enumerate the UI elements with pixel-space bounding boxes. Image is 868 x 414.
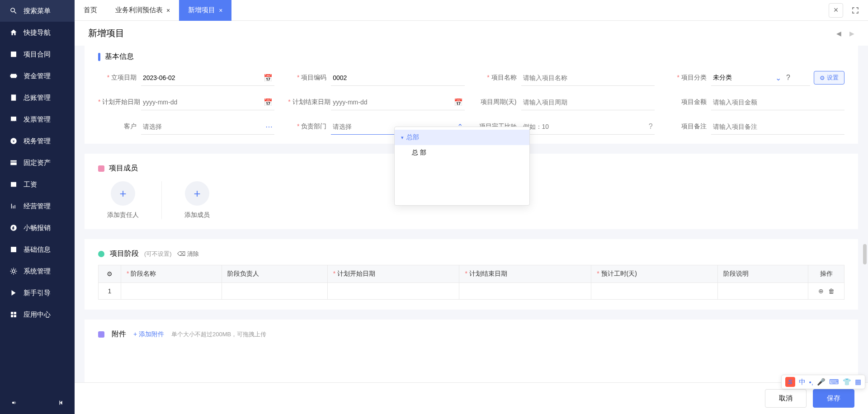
cancel-button[interactable]: 取消 — [765, 389, 807, 408]
add-member-button[interactable]: + — [185, 181, 209, 206]
close-icon[interactable]: × — [166, 7, 170, 14]
input-amount[interactable] — [711, 94, 844, 110]
sidebar-search[interactable]: 搜索菜单 — [0, 0, 75, 22]
ime-menu-icon[interactable]: ▦ — [855, 378, 861, 386]
delete-row-icon[interactable]: 🗑 — [828, 287, 835, 295]
sidebar-item-invoice[interactable]: 发票管理 — [0, 108, 75, 130]
label-project-name: 项目名称 — [478, 74, 521, 82]
input-progress[interactable] — [521, 118, 655, 135]
sidebar-item-basicinfo[interactable]: 基础信息 — [0, 239, 75, 260]
ime-punct-icon[interactable]: •, — [809, 378, 813, 386]
add-owner-card: + 添加责任人 — [98, 181, 162, 219]
ime-skin-icon[interactable]: 👕 — [843, 378, 851, 386]
save-button[interactable]: 保存 — [813, 389, 854, 408]
input-plan-start[interactable] — [141, 94, 274, 110]
fullscreen-icon[interactable] — [848, 3, 863, 18]
sidebar-item-ledger[interactable]: 总账管理 — [0, 87, 75, 108]
tab-new-project[interactable]: 新增项目× — [179, 0, 231, 21]
sidebar: 搜索菜单 快捷导航 项目合同 资金管理 总账管理 发票管理 ¥税务管理 固定资产… — [0, 0, 75, 414]
chevron-down-icon[interactable]: ⌄ — [775, 74, 781, 82]
calendar-icon[interactable]: 📅 — [264, 74, 273, 82]
stages-section: 项目阶段 (可不设置) ⌫ 清除 ⚙ 阶段名称 阶段负责人 计划开始日期 计划结… — [85, 239, 858, 310]
cell-stage-name[interactable] — [121, 283, 222, 300]
sidebar-item-project[interactable]: 项目合同 — [0, 43, 75, 65]
more-icon[interactable]: ⋯ — [265, 122, 273, 131]
next-icon[interactable]: ▶ — [849, 30, 854, 37]
input-project-name[interactable] — [521, 70, 655, 86]
add-row-icon[interactable]: ⊕ — [818, 287, 824, 295]
tab-label: 首页 — [84, 6, 97, 14]
sidebar-item-quicknav[interactable]: 快捷导航 — [0, 22, 75, 43]
cell-plan-end[interactable] — [459, 283, 591, 300]
input-project-category[interactable] — [711, 70, 810, 86]
tab-home[interactable]: 首页 — [75, 0, 106, 21]
sidebar-item-guide[interactable]: 新手引导 — [0, 282, 75, 304]
table-row[interactable]: 1 ⊕ 🗑 — [99, 283, 844, 300]
dropdown-option-hq[interactable]: ▾总部 — [395, 130, 529, 145]
input-period[interactable] — [521, 94, 655, 110]
ime-keyboard-icon[interactable]: ⌨ — [829, 378, 839, 386]
sidebar-item-funds[interactable]: 资金管理 — [0, 65, 75, 87]
cell-desc[interactable] — [718, 283, 808, 300]
dropdown-option-hq-child[interactable]: 总 部 — [395, 145, 529, 160]
section-title-text: 项目成员 — [109, 164, 138, 173]
input-customer[interactable] — [141, 118, 274, 135]
col-gear[interactable]: ⚙ — [99, 265, 121, 283]
cell-stage-owner[interactable] — [222, 283, 327, 300]
close-icon[interactable]: × — [219, 7, 222, 14]
form-item-end: 计划结束日期 📅 — [288, 94, 464, 110]
calendar-icon[interactable]: 📅 — [454, 98, 463, 107]
sidebar-item-business[interactable]: 经营管理 — [0, 195, 75, 217]
clear-label: 清除 — [187, 250, 199, 258]
cell-plan-start[interactable] — [327, 283, 459, 300]
input-project-code[interactable] — [331, 70, 464, 86]
sidebar-item-expense[interactable]: 小畅报销 — [0, 217, 75, 239]
tab-bar: 首页 业务利润预估表× 新增项目× × — [75, 0, 868, 21]
sidebar-label: 基础信息 — [24, 245, 51, 254]
sidebar-label: 小畅报销 — [24, 224, 51, 232]
gear-icon[interactable] — [9, 399, 17, 409]
calendar-icon[interactable]: 📅 — [264, 98, 273, 107]
input-remark[interactable] — [711, 118, 844, 135]
col-operation: 操作 — [808, 265, 844, 283]
prev-icon[interactable]: ◀ — [836, 30, 841, 37]
form-item-period: 项目周期(天) — [478, 94, 655, 110]
add-attachment-button[interactable]: + 添加附件 — [133, 330, 164, 339]
stages-hint: (可不设置) — [144, 250, 172, 258]
section-title-text: 项目阶段 — [110, 249, 139, 259]
sidebar-label: 工资 — [24, 180, 37, 189]
sidebar-item-salary[interactable]: 工资 — [0, 174, 75, 195]
label-remark: 项目备注 — [668, 122, 711, 131]
ime-logo-icon[interactable]: S — [785, 377, 795, 387]
footer: 取消 保存 — [75, 382, 868, 414]
sidebar-item-system[interactable]: 系统管理 — [0, 260, 75, 282]
home-icon — [9, 28, 18, 37]
dept-dropdown: ▾总部 总 部 — [394, 127, 530, 206]
sidebar-item-assets[interactable]: 固定资产 — [0, 152, 75, 174]
input-project-date[interactable] — [141, 70, 274, 86]
cell-hours[interactable] — [591, 283, 718, 300]
clear-button[interactable]: ⌫ 清除 — [177, 250, 199, 258]
stage-icon — [98, 251, 104, 257]
collapse-icon[interactable] — [57, 399, 66, 409]
help-icon[interactable]: ? — [786, 74, 790, 82]
sidebar-label: 应用中心 — [24, 310, 51, 319]
tab-profit-report[interactable]: 业务利润预估表× — [106, 0, 179, 21]
settings-button[interactable]: ⚙设置 — [814, 71, 844, 85]
section-title-basic: 基本信息 — [98, 52, 844, 61]
ime-toolbar[interactable]: S 中 •, 🎤 ⌨ 👕 ▦ — [781, 375, 865, 389]
system-icon — [9, 267, 18, 276]
form-item-customer: 客户 ⋯ — [98, 118, 274, 135]
info-icon — [9, 245, 18, 254]
help-icon[interactable]: ? — [649, 122, 653, 131]
scrollbar-thumb[interactable] — [863, 244, 867, 264]
add-owner-button[interactable]: + — [111, 181, 135, 206]
ime-mic-icon[interactable]: 🎤 — [817, 378, 826, 386]
sidebar-item-tax[interactable]: ¥税务管理 — [0, 130, 75, 152]
close-all-tabs-button[interactable]: × — [829, 3, 843, 18]
col-hours: 预计工时(天) — [591, 265, 718, 283]
label-customer: 客户 — [98, 122, 141, 131]
sidebar-item-apps[interactable]: 应用中心 — [0, 304, 75, 325]
ime-lang[interactable]: 中 — [799, 378, 806, 386]
input-plan-end[interactable] — [331, 94, 464, 110]
